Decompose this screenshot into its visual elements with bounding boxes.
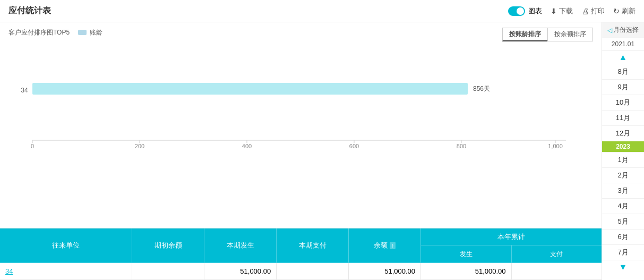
month-item-11[interactable]: 11月 [602, 111, 644, 126]
th-balance: 余额 ↑ [349, 228, 421, 262]
chart-toggle[interactable]: 图表 [508, 6, 542, 16]
expand-icon[interactable]: ◁ [607, 27, 612, 34]
refresh-icon: ↻ [613, 7, 620, 15]
month-item-7[interactable]: 7月 [602, 245, 644, 260]
app-container: 应付统计表 图表 ⬇ 下载 🖨 打印 ↻ 刷新 [0, 0, 644, 280]
legend-color-box [78, 30, 87, 35]
th-incoming-unit: 往来单位 [0, 228, 132, 262]
month-item-4[interactable]: 4月 [602, 199, 644, 214]
th-current-payment: 本期支付 [277, 228, 349, 262]
legend-item-title: 客户应付排序图TOP5 [8, 28, 70, 37]
print-button[interactable]: 🖨 打印 [581, 6, 605, 16]
right-panel: ◁ 月份选择 2021.01 ▲ 8月 9月 10月 11月 12月 2023 … [602, 22, 644, 280]
td-ytd-occurrence: 51,000.00 [421, 263, 511, 279]
svg-text:0: 0 [31, 143, 34, 149]
month-nav-up[interactable]: ▲ [602, 50, 644, 64]
svg-text:400: 400 [242, 143, 252, 149]
balance-sort-icon[interactable]: ↑ [390, 242, 396, 249]
svg-text:1,000: 1,000 [548, 143, 563, 149]
download-icon: ⬇ [551, 7, 557, 15]
month-selector-header: ◁ 月份选择 [602, 22, 644, 38]
print-label: 打印 [591, 6, 605, 16]
month-item-10[interactable]: 10月 [602, 95, 644, 111]
month-item-2[interactable]: 2月 [602, 168, 644, 183]
download-button[interactable]: ⬇ 下载 [551, 6, 573, 16]
month-item-8[interactable]: 8月 [602, 64, 644, 80]
td-unit: 34 [0, 263, 132, 279]
header-actions: 图表 ⬇ 下载 🖨 打印 ↻ 刷新 [508, 6, 636, 16]
download-label: 下载 [559, 6, 573, 16]
chart-bar [32, 83, 468, 95]
th-current-occurrence: 本期发生 [204, 228, 277, 262]
bar-chart-svg: 34 856天 0 200 400 600 [8, 45, 593, 167]
legend-age-label: 账龄 [90, 28, 102, 37]
chart-legend: 客户应付排序图TOP5 账龄 [8, 28, 102, 37]
svg-text:34: 34 [21, 87, 28, 94]
year-label-2023[interactable]: 2023 [602, 141, 644, 152]
month-item-5[interactable]: 5月 [602, 214, 644, 230]
header: 应付统计表 图表 ⬇ 下载 🖨 打印 ↻ 刷新 [0, 0, 644, 22]
main-content: 客户应付排序图TOP5 账龄 按账龄排序 按余额排序 [0, 22, 644, 280]
sort-by-balance-btn[interactable]: 按账龄排序 [502, 28, 547, 41]
print-icon: 🖨 [581, 7, 589, 15]
chart-label: 图表 [528, 6, 542, 16]
th-ytd-payment: 支付 [512, 245, 602, 262]
month-item-6[interactable]: 6月 [602, 230, 644, 245]
refresh-button[interactable]: ↻ 刷新 [613, 6, 636, 16]
left-panel: 客户应付排序图TOP5 账龄 按账龄排序 按余额排序 [0, 22, 602, 280]
table-header-row: 往来单位 期初余额 本期发生 本期支付 [0, 228, 602, 263]
td-unit-link[interactable]: 34 [5, 267, 13, 275]
td-ytd-payment [512, 263, 602, 279]
td-ytd-group: 51,000.00 [421, 263, 602, 279]
td-current-occurrence: 51,000.00 [204, 263, 277, 279]
td-balance: 51,000.00 [349, 263, 421, 279]
td-current-payment [277, 263, 349, 279]
chart-area: 34 856天 0 200 400 600 [8, 45, 593, 167]
chart-section: 客户应付排序图TOP5 账龄 按账龄排序 按余额排序 [0, 22, 602, 228]
current-year-month[interactable]: 2021.01 [602, 38, 644, 50]
toggle-switch[interactable] [508, 6, 525, 16]
page-title: 应付统计表 [8, 5, 51, 16]
legend-item-age: 账龄 [78, 28, 102, 37]
month-nav-down[interactable]: ▼ [602, 260, 644, 274]
th-ytd-group: 本年累计 发生 支付 [421, 228, 602, 262]
td-period-balance [132, 263, 204, 279]
sort-by-amount-btn[interactable]: 按余额排序 [547, 28, 593, 41]
month-item-3[interactable]: 3月 [602, 183, 644, 199]
table-section: 往来单位 期初余额 本期发生 本期支付 [0, 228, 602, 280]
svg-text:856天: 856天 [473, 85, 490, 92]
svg-text:600: 600 [349, 143, 359, 149]
month-item-12[interactable]: 12月 [602, 126, 644, 141]
svg-text:200: 200 [135, 143, 144, 149]
th-ytd-label: 本年累计 [421, 228, 602, 245]
month-item-1[interactable]: 1月 [602, 152, 644, 168]
th-ytd-subheaders: 发生 支付 [421, 245, 602, 262]
legend-title-label: 客户应付排序图TOP5 [8, 28, 70, 37]
th-ytd-occurrence: 发生 [421, 245, 511, 262]
table-row: 34 51,000.00 51,000.00 [0, 263, 602, 280]
chart-controls: 按账龄排序 按余额排序 [502, 28, 593, 41]
refresh-label: 刷新 [622, 6, 636, 16]
month-item-9[interactable]: 9月 [602, 80, 644, 95]
th-period-balance: 期初余额 [132, 228, 204, 262]
month-selector-label: 月份选择 [613, 26, 639, 35]
svg-text:800: 800 [457, 143, 466, 149]
